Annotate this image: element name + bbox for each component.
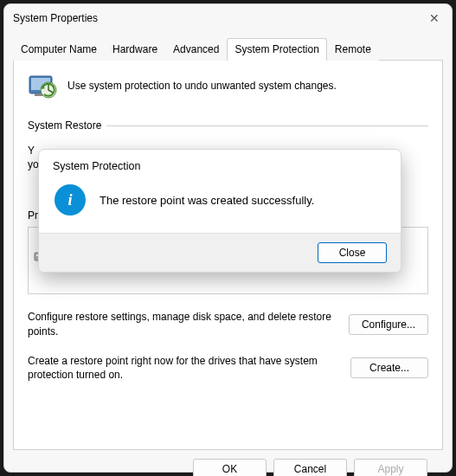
cancel-button[interactable]: Cancel (273, 459, 347, 476)
create-button[interactable]: Create... (350, 357, 428, 378)
tab-system-protection[interactable]: System Protection (227, 38, 326, 61)
tab-computer-name[interactable]: Computer Name (13, 38, 105, 61)
system-restore-icon (28, 71, 57, 100)
tab-remote[interactable]: Remote (327, 38, 379, 61)
tab-hardware[interactable]: Hardware (105, 38, 165, 61)
ok-button[interactable]: OK (193, 459, 267, 476)
close-icon[interactable]: ✕ (426, 11, 443, 25)
section-system-restore: System Restore (28, 119, 428, 132)
apply-button[interactable]: Apply (354, 459, 427, 476)
create-row: Create a restore point right now for the… (28, 354, 428, 382)
tab-advanced[interactable]: Advanced (165, 38, 227, 61)
dialog-footer: OK Cancel Apply (13, 450, 443, 476)
section-label-truncated: Pr (28, 209, 38, 222)
titlebar: System Properties ✕ (4, 4, 452, 32)
window-title: System Properties (13, 12, 426, 24)
configure-button[interactable]: Configure... (349, 314, 428, 335)
configure-row: Configure restore settings, manage disk … (28, 310, 428, 338)
system-protection-modal: System Protection i The restore point wa… (38, 149, 401, 273)
info-icon: i (55, 184, 86, 215)
tab-bar: Computer Name Hardware Advanced System P… (13, 37, 443, 61)
create-desc: Create a restore point right now for the… (28, 354, 342, 382)
modal-title: System Protection (39, 150, 401, 176)
intro-row: Use system protection to undo unwanted s… (28, 71, 428, 100)
modal-footer: Close (39, 233, 401, 272)
modal-message: The restore point was created successful… (100, 194, 314, 207)
configure-desc: Configure restore settings, manage disk … (28, 310, 340, 338)
intro-text: Use system protection to undo unwanted s… (67, 80, 337, 92)
close-button[interactable]: Close (318, 242, 387, 263)
divider (106, 125, 428, 126)
section-label: System Restore (28, 119, 101, 132)
modal-body: i The restore point was created successf… (39, 176, 401, 233)
